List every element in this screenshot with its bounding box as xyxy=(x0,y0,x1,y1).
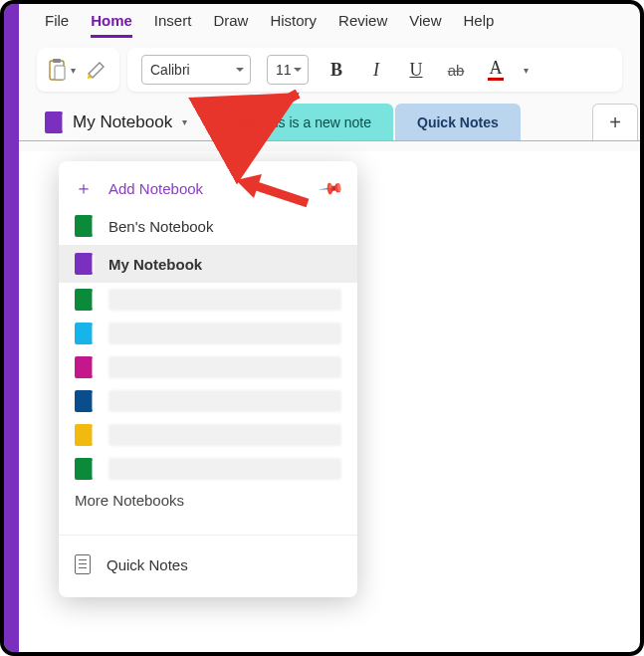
notebook-item-label: My Notebook xyxy=(108,256,202,273)
ribbon-toolbar: ▾ Calibri 11 B I U ab A ▾ xyxy=(19,38,640,104)
document-icon xyxy=(75,554,91,574)
font-group: Calibri 11 B I U ab A ▾ xyxy=(127,48,622,92)
notebook-item[interactable] xyxy=(59,418,357,452)
font-color-button[interactable]: A xyxy=(484,59,508,81)
font-family-select[interactable]: Calibri xyxy=(141,55,251,85)
strikethrough-button[interactable]: ab xyxy=(444,62,468,79)
tab-page[interactable]: This is a new note xyxy=(237,104,393,140)
menu-bar: File Home Insert Draw History Review Vie… xyxy=(19,4,640,38)
redacted-label xyxy=(108,323,341,344)
notebook-icon xyxy=(75,458,93,480)
plus-icon: ＋ xyxy=(75,176,93,200)
notebook-name: My Notebook xyxy=(73,112,172,132)
redacted-label xyxy=(108,390,341,412)
redacted-label xyxy=(108,424,341,446)
add-notebook-item[interactable]: ＋ Add Notebook 📌 xyxy=(59,169,357,207)
chevron-down-icon: ▾ xyxy=(524,65,529,76)
notebook-icon xyxy=(75,215,93,237)
notebook-item[interactable] xyxy=(59,384,357,418)
svg-rect-1 xyxy=(53,59,61,63)
tab-quick-notes[interactable]: Quick Notes xyxy=(395,104,521,140)
notebook-item-label: Ben's Notebook xyxy=(108,218,213,235)
notebook-icon xyxy=(75,253,93,275)
notebook-item[interactable]: Ben's Notebook xyxy=(59,207,357,245)
quick-notes-item[interactable]: Quick Notes xyxy=(59,546,357,583)
bold-button[interactable]: B xyxy=(324,60,348,81)
pin-icon[interactable]: 📌 xyxy=(318,174,345,201)
notebook-item[interactable] xyxy=(59,350,357,384)
menu-home[interactable]: Home xyxy=(91,12,132,38)
notebook-item[interactable]: My Notebook xyxy=(59,245,357,283)
italic-button[interactable]: I xyxy=(364,60,388,81)
paste-button[interactable]: ▾ xyxy=(47,58,76,82)
redacted-label xyxy=(108,289,341,311)
more-notebooks[interactable]: More Notebooks xyxy=(59,486,357,525)
notebook-dropdown: ＋ Add Notebook 📌 Ben's NotebookMy Notebo… xyxy=(59,161,357,597)
notebook-item[interactable] xyxy=(59,283,357,317)
quick-notes-label: Quick Notes xyxy=(107,556,188,573)
notebook-item[interactable] xyxy=(59,452,357,486)
menu-view[interactable]: View xyxy=(409,12,441,38)
menu-history[interactable]: History xyxy=(270,12,317,38)
notebook-icon xyxy=(75,356,93,378)
menu-review[interactable]: Review xyxy=(338,12,387,38)
notebook-selector[interactable]: My Notebook ▾ xyxy=(45,104,217,140)
menu-draw[interactable]: Draw xyxy=(213,12,248,38)
notebook-icon xyxy=(75,390,93,412)
underline-button[interactable]: U xyxy=(404,60,428,81)
redacted-label xyxy=(108,458,341,480)
tab-strip: My Notebook ▾ This is a new note Quick N… xyxy=(19,104,640,141)
clipboard-group: ▾ xyxy=(37,48,119,92)
svg-rect-2 xyxy=(55,66,65,80)
menu-insert[interactable]: Insert xyxy=(154,12,192,38)
notebook-item[interactable] xyxy=(59,317,357,350)
notebook-icon xyxy=(75,424,93,446)
menu-help[interactable]: Help xyxy=(464,12,495,38)
notebook-icon xyxy=(45,111,63,133)
redacted-label xyxy=(108,356,341,378)
clipboard-icon xyxy=(47,58,67,82)
notebook-icon xyxy=(75,323,93,344)
format-painter-icon[interactable] xyxy=(86,60,109,80)
chevron-down-icon: ▾ xyxy=(182,116,187,127)
font-size-select[interactable]: 11 xyxy=(267,55,309,85)
add-tab-button[interactable]: + xyxy=(592,104,638,140)
chevron-down-icon: ▾ xyxy=(71,65,76,76)
add-notebook-label: Add Notebook xyxy=(108,180,203,197)
notebook-icon xyxy=(75,289,93,311)
menu-file[interactable]: File xyxy=(45,12,69,38)
